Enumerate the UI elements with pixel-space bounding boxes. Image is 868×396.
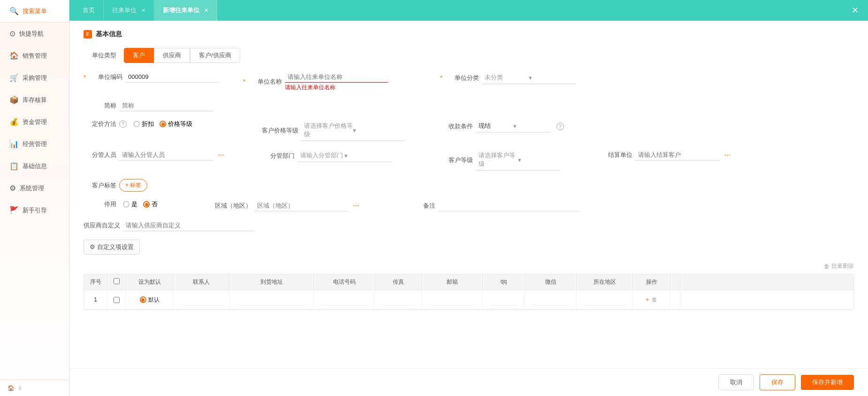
- tab-contacts-close[interactable]: ✕: [141, 8, 145, 14]
- sidebar-item-operations[interactable]: 📊 经营管理: [0, 133, 69, 155]
- custom-settings-button[interactable]: ⚙ 自定义项设置: [84, 240, 140, 255]
- unit-code-input[interactable]: [125, 71, 219, 83]
- unit-name-input[interactable]: [285, 71, 388, 83]
- payment-terms-label: 收款条件: [440, 122, 473, 131]
- payment-terms-field: 收款条件 现结 ▾ ?: [440, 120, 600, 132]
- supervisor-field: 分管人员 ···: [84, 149, 262, 161]
- pricing-radio-group: 折扣 价格等级: [133, 120, 192, 128]
- unit-category-select[interactable]: 未分类 ▾: [482, 71, 576, 84]
- tab-new-contact[interactable]: 新增往来单位 ✕: [154, 0, 217, 21]
- row-add-icon[interactable]: +: [646, 296, 649, 303]
- unit-btn-supplier[interactable]: 供应商: [154, 48, 190, 63]
- radio-yes-label: 是: [131, 200, 137, 209]
- abbreviation-row: 简称: [84, 100, 854, 111]
- row-email-input[interactable]: [429, 294, 476, 305]
- region-input[interactable]: [254, 200, 348, 211]
- unit-category-label: 单位分类: [446, 74, 479, 82]
- remark-input[interactable]: [438, 200, 579, 211]
- sidebar-item-quicknav[interactable]: ⊙ 快捷导航: [0, 23, 69, 45]
- settlement-more-icon[interactable]: ···: [723, 151, 732, 159]
- unit-type-row: 单位类型 客户 供应商 客户/供应商: [84, 48, 854, 63]
- pricing-help-icon[interactable]: ?: [119, 120, 127, 128]
- tab-contacts[interactable]: 往来单位 ✕: [104, 0, 154, 21]
- abbreviation-input[interactable]: [119, 100, 213, 111]
- customer-grade-placeholder: 请选择客户等级: [479, 151, 518, 168]
- chevron-dept-icon: ▾: [344, 152, 388, 159]
- radio-no-circle: [143, 201, 150, 208]
- row-weixin-input[interactable]: [532, 294, 570, 305]
- batch-delete-label: 批量删除: [831, 262, 854, 270]
- unit-name-input-container: 请输入往来单位名称: [285, 71, 388, 92]
- disabled-label: 停用: [84, 200, 116, 209]
- table-header: 序号 设为默认 联系人 到货地址 电话号码 传真 邮箱 qq 微信 所在地区 操…: [84, 274, 853, 290]
- settlement-unit-input[interactable]: [635, 149, 720, 161]
- unit-name-label: 单位名称: [249, 78, 282, 86]
- sidebar-item-search[interactable]: 🔍 搜索菜单: [0, 0, 69, 23]
- sidebar-search-label: 搜索菜单: [23, 7, 47, 16]
- supervisor-more-icon[interactable]: ···: [216, 151, 226, 159]
- row-checkbox[interactable]: [114, 297, 120, 303]
- customer-price-grade-select[interactable]: 请选择客户价格等级 ▾: [301, 120, 404, 141]
- save-button[interactable]: 保存: [760, 374, 795, 390]
- sidebar-sales-label: 销售管理: [23, 52, 47, 60]
- tab-home[interactable]: 首页: [74, 0, 104, 21]
- sidebar-item-sales[interactable]: 🏠 销售管理: [0, 45, 69, 67]
- unit-btn-customer[interactable]: 客户: [124, 48, 154, 63]
- payment-help-icon[interactable]: ?: [556, 123, 564, 130]
- unit-type-label: 单位类型: [84, 51, 116, 60]
- unit-code-label: 单位编码: [90, 73, 122, 81]
- radio-no[interactable]: 否: [143, 200, 158, 209]
- row-delete-icon[interactable]: 🗑: [652, 296, 657, 303]
- unit-category-field: * 单位分类 未分类 ▾: [440, 71, 600, 84]
- sidebar-home-icon: 🏠: [8, 385, 15, 391]
- radio-yes-circle: [123, 201, 129, 208]
- tab-new-contact-close[interactable]: ✕: [204, 8, 208, 14]
- customer-grade-label: 客户等级: [440, 156, 473, 164]
- sidebar-item-newguide[interactable]: 🚩 新手引导: [0, 199, 69, 221]
- unit-btn-both[interactable]: 客户/供应商: [190, 48, 240, 63]
- sidebar-item-basics[interactable]: 📋 基础信息: [0, 155, 69, 177]
- row-qq-input[interactable]: [490, 294, 518, 305]
- disabled-row: 停用 是 否 区域（地区） ···: [84, 200, 854, 211]
- window-close-btn[interactable]: ✕: [847, 5, 863, 16]
- row-fax-input[interactable]: [382, 294, 415, 305]
- table-row: 1 默认: [84, 290, 853, 310]
- th-checkbox[interactable]: [114, 278, 120, 284]
- td-addr: [229, 290, 314, 309]
- radio-yes[interactable]: 是: [123, 200, 137, 209]
- cancel-button[interactable]: 取消: [718, 374, 754, 390]
- radio-grade[interactable]: 价格等级: [160, 120, 192, 128]
- row-contact-input[interactable]: [180, 294, 222, 305]
- row-phone-input[interactable]: [321, 294, 368, 305]
- department-select[interactable]: 请输入分管部门 ▾: [297, 149, 391, 162]
- td-check: [107, 290, 126, 309]
- th-seq: 序号: [84, 274, 107, 290]
- sidebar-item-system[interactable]: ⚙ 系统管理: [0, 177, 69, 199]
- abbreviation-field: 简称: [84, 100, 243, 111]
- content-area: F 基本信息 单位类型 客户 供应商 客户/供应商 * 单位编码: [69, 21, 868, 368]
- unit-type-group: 客户 供应商 客户/供应商: [124, 48, 240, 63]
- batch-delete-btn[interactable]: 🗑 批量删除: [824, 262, 854, 270]
- tab-contacts-label: 往来单位: [112, 6, 137, 15]
- td-contact: [173, 290, 229, 309]
- supervisor-input[interactable]: [119, 149, 213, 161]
- sidebar-item-finance[interactable]: 💰 资金管理: [0, 111, 69, 133]
- row-region-input[interactable]: [584, 294, 626, 305]
- customer-grade-select[interactable]: 请选择客户等级 ▾: [476, 149, 560, 171]
- supplier-custom-input[interactable]: [123, 220, 254, 231]
- sidebar-item-purchase[interactable]: 🛒 采购管理: [0, 67, 69, 89]
- sidebar-item-inventory[interactable]: 📦 库存核算: [0, 89, 69, 111]
- unit-category-value: 未分类: [485, 73, 529, 82]
- save-new-button[interactable]: 保存并新增: [801, 375, 854, 390]
- supplier-custom-label: 供应商自定义: [84, 221, 120, 230]
- radio-discount[interactable]: 折扣: [133, 120, 154, 128]
- row-addr-input[interactable]: [236, 294, 307, 305]
- radio-grade-label: 价格等级: [168, 120, 192, 128]
- add-tag-button[interactable]: + 标签: [119, 179, 147, 192]
- finance-icon: 💰: [9, 117, 19, 126]
- purchase-icon: 🛒: [9, 73, 19, 82]
- region-more-icon[interactable]: ···: [351, 202, 361, 210]
- unit-type-field: 单位类型 客户 供应商 客户/供应商: [84, 48, 854, 63]
- default-radio[interactable]: 默认: [140, 296, 160, 304]
- payment-terms-select[interactable]: 现结 ▾: [476, 120, 551, 132]
